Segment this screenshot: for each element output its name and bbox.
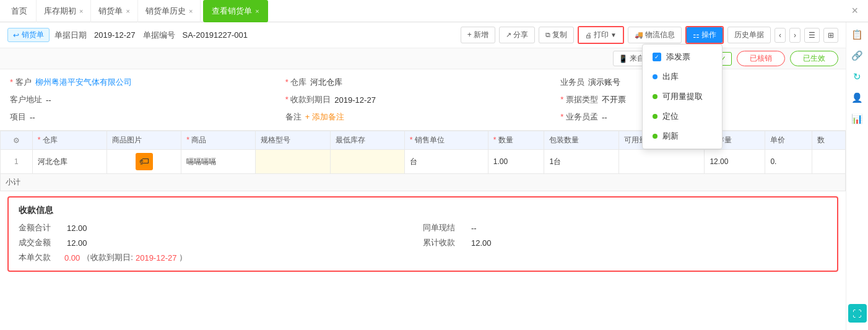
due-date-value: 2019-12-27 [136, 253, 177, 263]
dropdown-item-add-invoice[interactable]: ✓ 添发票 [643, 47, 722, 67]
project-label: 项目 [10, 111, 26, 123]
summary-section: 收款信息 金额合计 12.00 同单现结 -- 成交金额 12.00 累计收款 … [7, 196, 838, 272]
warehouse-value: 河北仓库 [310, 77, 342, 88]
cell-price: 0. [765, 150, 812, 174]
transaction-label: 成交金额 [19, 237, 62, 248]
operations-dropdown: ✓ 添发票 出库 可用量提取 定位 [642, 44, 723, 149]
bill-type-label: * 票据类型 [560, 94, 598, 105]
tab-inventory[interactable]: 库存期初 × [37, 0, 91, 22]
dot-blue-icon [653, 74, 658, 79]
tab-home[interactable]: 首页 [2, 0, 37, 22]
sidebar-icon-edit[interactable]: 📋 [850, 27, 865, 42]
nav-next-button[interactable]: › [789, 28, 801, 43]
doc-date-value: 2019-12-27 [94, 30, 136, 40]
share-button[interactable]: ↗ 分享 [499, 27, 535, 43]
sidebar-icon-refresh[interactable]: ↻ [850, 69, 865, 84]
sidebar-icon-user[interactable]: 👤 [850, 90, 865, 105]
sidebar-icon-expand[interactable]: ⛶ [848, 304, 867, 323]
address-label: 客户地址 [10, 94, 42, 105]
col-gear[interactable]: ⚙ [1, 131, 33, 150]
subtotal-row: 小计 [1, 174, 846, 191]
sidebar-icon-chart[interactable]: 📊 [850, 111, 865, 126]
sidebar-icon-link[interactable]: 🔗 [850, 48, 865, 63]
warehouse-field: * 仓库 河北仓库 [285, 77, 561, 88]
dropdown-item-refresh[interactable]: 刷新 [643, 126, 722, 146]
cell-amount [812, 150, 846, 174]
dot-green3-icon [653, 134, 658, 139]
logistics-button[interactable]: 🚚 物流信息 [628, 27, 682, 43]
col-spec: 规格型号 [256, 131, 330, 150]
dropdown-item-locate[interactable]: 定位 [643, 106, 722, 126]
close-icon[interactable]: × [79, 7, 83, 15]
close-window-button[interactable]: × [844, 4, 866, 17]
same-order-label: 同单现结 [423, 222, 466, 233]
payment-date-label: * 收款到期日 [285, 94, 331, 105]
view-list-button[interactable]: ☰ [804, 28, 820, 43]
view-grid-button[interactable]: ⊞ [823, 28, 838, 43]
nav-prev-button[interactable]: ‹ [775, 28, 786, 43]
amount-label: 金额合计 [19, 222, 62, 233]
cell-warehouse: 河北仓库 [32, 150, 106, 174]
amount-row: 金额合计 12.00 [19, 222, 423, 233]
main-content: ↩ 销货单 单据日期 2019-12-27 单据编号 SA-20191227-0… [0, 22, 846, 330]
amount-value: 12.00 [67, 224, 87, 233]
add-note-button[interactable]: + 添加备注 [305, 111, 344, 123]
note-field: 备注 + 添加备注 [285, 111, 561, 123]
new-button[interactable]: + 新增 [461, 27, 495, 43]
same-order-row: 同单现结 -- [423, 222, 827, 233]
history-button[interactable]: 历史单据 [727, 27, 771, 43]
cell-min-stock [330, 150, 404, 174]
current-due-value: 0.00 [64, 253, 80, 263]
cell-spec [256, 150, 330, 174]
project-value: -- [30, 113, 35, 122]
table-row: 1 河北仓库 🏷 嗝嗝嗝嗝 台 1.00 1台 12.00 0. [1, 150, 846, 174]
col-price: 单价 [765, 131, 812, 150]
cumulative-label: 累计收款 [423, 237, 466, 248]
transaction-row: 成交金额 12.00 [19, 237, 423, 248]
dropdown-item-outbound[interactable]: 出库 [643, 67, 722, 87]
payment-date-value: 2019-12-27 [334, 95, 376, 105]
tab-sales[interactable]: 销货单 × [91, 0, 137, 22]
tab-bar: 首页 库存期初 × 销货单 × 销货单历史 × 查看销货单 × × [0, 0, 868, 22]
operations-button[interactable]: ⚏ 操作 [687, 27, 723, 43]
subtotal-label: 小计 [1, 174, 846, 191]
col-warehouse: * 仓库 [32, 131, 106, 150]
product-image: 🏷 [136, 153, 153, 170]
doc-number-value: SA-20191227-001 [183, 30, 248, 40]
copy-button[interactable]: ⧉ 复制 [539, 27, 574, 43]
cell-stock: 12.00 [705, 150, 765, 174]
staff-label: 业务员 [560, 77, 584, 88]
doc-type-badge: ↩ 销货单 [7, 28, 50, 42]
staff-value: 演示账号 [588, 77, 620, 88]
effect-button[interactable]: 已生效 [790, 51, 838, 66]
cell-quantity: 1.00 [488, 150, 544, 174]
cell-index: 1 [1, 150, 33, 174]
close-icon[interactable]: × [189, 7, 193, 15]
print-button-wrapper: 🖨 打印 ▼ [578, 26, 624, 44]
print-button[interactable]: 🖨 打印 ▼ [579, 27, 623, 43]
col-product-img: 商品图片 [106, 131, 181, 150]
close-icon[interactable]: × [126, 7, 129, 15]
address-field: 客户地址 -- [10, 94, 285, 105]
col-amount: 数 [812, 131, 846, 150]
right-sidebar: 📋 🔗 ↻ 👤 📊 ⛶ [846, 22, 868, 330]
current-due-row: 本单欠款 0.00 （收款到期日: 2019-12-27 ） [19, 252, 423, 263]
col-min-stock: 最低库存 [330, 131, 404, 150]
transaction-value: 12.00 [67, 238, 87, 248]
customer-value[interactable]: 柳州粤港平安气体有限公司 [35, 77, 132, 88]
payment-date-field: * 收款到期日 2019-12-27 [285, 94, 561, 105]
address-value: -- [46, 95, 51, 105]
close-icon[interactable]: × [255, 7, 259, 15]
cell-product: 嗝嗝嗝嗝 [181, 150, 256, 174]
col-product: * 商品 [181, 131, 256, 150]
sold-button[interactable]: 已核销 [737, 51, 785, 66]
tab-view-sales[interactable]: 查看销货单 × [203, 0, 267, 22]
toolbar-actions: + 新增 ↗ 分享 ⧉ 复制 🖨 打印 ▼ 🚚 物流信息 [461, 26, 838, 44]
tab-sales-history[interactable]: 销货单历史 × [138, 0, 201, 22]
checkbox-icon: ✓ [653, 53, 661, 61]
col-unit: * 销售单位 [404, 131, 488, 150]
dot-green-icon [653, 94, 658, 99]
dropdown-item-available-qty[interactable]: 可用量提取 [643, 87, 722, 106]
cumulative-row: 累计收款 12.00 [423, 237, 827, 248]
bill-type-value: 不开票 [602, 94, 626, 105]
